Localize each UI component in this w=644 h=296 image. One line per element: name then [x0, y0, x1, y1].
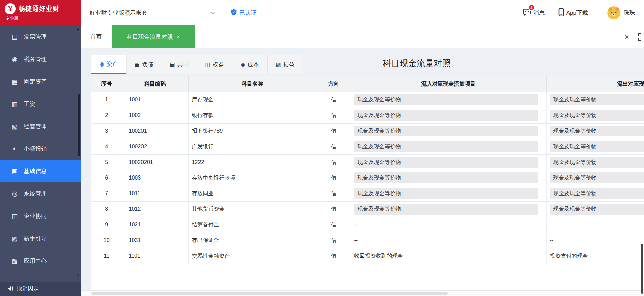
account-book-select[interactable]: 好业财专业版演示帐套 — [90, 9, 214, 17]
sidebar-item-5[interactable]: ▧经营管理 — [0, 115, 81, 137]
cell-code: 1101 — [122, 248, 188, 264]
sidebar-item-label: 新手引导 — [24, 235, 47, 242]
user-profile[interactable]: 珠珠 — [607, 6, 635, 19]
cashflow-mapping-table: 序号科目编码科目名称方向流入对应现金流量项目流出对应现金流量项目 11001库存… — [91, 76, 644, 264]
tab-close-icon[interactable]: × — [177, 34, 180, 40]
table-row: 4100202广发银行借现金及现金等价物现金及现金等价物 — [91, 139, 644, 154]
category-tab[interactable]: ▤共同 — [162, 55, 197, 74]
brand-mark-icon: ¥ — [5, 3, 16, 14]
category-tab-label: 损益 — [283, 61, 295, 69]
sidebar-scroll-down-icon[interactable]: ▼ — [76, 274, 80, 277]
category-tab[interactable]: ◈成本 — [232, 55, 268, 74]
outflow-field[interactable]: 现金及现金等价物 — [550, 141, 644, 152]
profit-loss-icon: ▨ — [276, 61, 281, 68]
cell-code: 1031 — [122, 233, 188, 248]
column-header: 科目名称 — [188, 76, 317, 92]
column-header: 方向 — [317, 76, 351, 92]
cell-direction: 借 — [317, 108, 351, 123]
cell-inflow: 现金及现金等价物 — [351, 108, 546, 123]
cost-icon: ◈ — [241, 61, 245, 68]
fixed-assets-icon: ▦ — [11, 78, 18, 86]
sidebar-item-11[interactable]: ▩应用中心 — [0, 249, 81, 272]
sidebar-item-1[interactable]: ▤发票管理 — [0, 25, 81, 48]
category-tab[interactable]: ▨损益 — [268, 55, 303, 74]
category-tab-label: 负债 — [142, 61, 154, 69]
tab-subject-cashflow[interactable]: 科目现金流量对照 × — [112, 25, 195, 48]
outflow-field[interactable]: 现金及现金等价物 — [550, 188, 644, 199]
outflow-field[interactable]: 现金及现金等价物 — [550, 172, 644, 183]
cell-no: 7 — [91, 186, 122, 201]
app-download-button[interactable]: App下载 — [558, 8, 588, 18]
tab-home[interactable]: 首页 — [81, 25, 112, 48]
inflow-field[interactable]: 现金及现金等价物 — [354, 126, 538, 136]
inflow-field[interactable]: 现金及现金等价物 — [354, 141, 538, 152]
sidebar-item-2[interactable]: ◉税务管理 — [0, 48, 81, 70]
cell-code: 1011 — [122, 186, 188, 201]
category-tab-label: 共同 — [177, 61, 189, 69]
sidebar-item-label: 应用中心 — [24, 257, 47, 265]
close-all-tabs-icon[interactable]: × — [624, 25, 629, 48]
sidebar-item-9[interactable]: ◫企业协同 — [0, 205, 81, 227]
sidebar-item-6[interactable]: ◐小畅报销 — [0, 137, 81, 160]
cell-name: 库存现金 — [188, 92, 317, 108]
certified-badge[interactable]: 已认证 — [231, 9, 257, 17]
inflow-field[interactable]: 现金及现金等价物 — [354, 157, 538, 168]
liabilities-icon: ▦ — [134, 61, 139, 68]
unpin-sidebar-button[interactable]: 取消固定 — [0, 282, 81, 296]
invoice-icon: ▤ — [11, 33, 18, 41]
main-area: 好业财专业版演示帐套 已认证 1 消息 App下载 — [81, 0, 644, 296]
cell-direction: 借 — [317, 139, 351, 154]
table-row: 61003存放中央银行款项借现金及现金等价物现金及现金等价物 — [91, 170, 644, 186]
category-tab[interactable]: ▦负债 — [127, 55, 162, 74]
sidebar-item-label: 小畅报销 — [24, 145, 47, 153]
inflow-field[interactable]: 现金及现金等价物 — [354, 204, 538, 215]
cell-no: 6 — [91, 170, 122, 186]
inflow-field[interactable]: 现金及现金等价物 — [354, 110, 538, 121]
cell-no: 5 — [91, 154, 122, 170]
app-download-label: App下载 — [566, 9, 588, 17]
table-row: 21002银行存款借现金及现金等价物现金及现金等价物 — [91, 108, 644, 123]
category-tab[interactable]: ◉资产 — [91, 55, 127, 74]
certified-label: 已认证 — [239, 9, 257, 17]
inflow-field[interactable]: 现金及现金等价物 — [354, 94, 538, 105]
column-header: 流入对应现金流量项目 — [351, 76, 546, 92]
inflow-field[interactable]: 现金及现金等价物 — [354, 188, 538, 199]
horizontal-scrollbar[interactable] — [81, 290, 644, 296]
outflow-field[interactable]: 现金及现金等价物 — [550, 157, 644, 168]
sidebar-item-3[interactable]: ▦固定资产 — [0, 70, 81, 93]
outflow-field[interactable]: 现金及现金等价物 — [550, 94, 644, 105]
inflow-field[interactable]: 现金及现金等价物 — [354, 172, 538, 183]
sidebar-item-4[interactable]: ▥工资 — [0, 93, 81, 115]
cell-code: 1003 — [122, 170, 188, 186]
system-icon: ◎ — [11, 190, 18, 198]
cell-name: 1222 — [188, 154, 317, 170]
cell-outflow: 现金及现金等价物 — [546, 92, 644, 108]
outflow-field[interactable]: 现金及现金等价物 — [550, 204, 644, 215]
sidebar-item-7[interactable]: ▣基础信息 — [0, 160, 81, 182]
topbar: 好业财专业版演示帐套 已认证 1 消息 App下载 — [81, 0, 644, 25]
cell-name: 存放中央银行款项 — [188, 170, 317, 186]
logo-title: 畅捷通好业财 — [19, 4, 59, 13]
cell-inflow: 现金及现金等价物 — [351, 170, 546, 186]
document-tabbar: 首页 科目现金流量对照 × × — [81, 25, 644, 48]
vertical-scrollbar-thumb[interactable] — [641, 244, 643, 294]
sidebar-item-10[interactable]: ▨新手引导 — [0, 227, 81, 249]
cell-inflow: -- — [351, 217, 546, 233]
fullscreen-icon[interactable] — [638, 33, 644, 42]
sidebar-scroll-up-icon[interactable]: ▲ — [76, 27, 80, 30]
cell-direction: 借 — [317, 201, 351, 217]
cell-outflow: 现金及现金等价物 — [546, 186, 644, 201]
cell-no: 3 — [91, 123, 122, 139]
outflow-field[interactable]: 现金及现金等价物 — [550, 110, 644, 121]
user-avatar — [607, 6, 620, 19]
payroll-icon: ▥ — [11, 100, 18, 108]
messages-button[interactable]: 1 消息 — [523, 8, 545, 17]
sidebar-scrollbar-thumb[interactable] — [78, 94, 80, 156]
sidebar-item-label: 发票管理 — [24, 33, 47, 41]
category-tab[interactable]: ◫权益 — [197, 55, 232, 74]
table-row: 3100201招商银行789借现金及现金等价物现金及现金等价物 — [91, 123, 644, 139]
cell-inflow: -- — [351, 233, 546, 248]
outflow-field[interactable]: 现金及现金等价物 — [550, 126, 644, 136]
horizontal-scrollbar-thumb[interactable] — [91, 292, 448, 295]
sidebar-item-8[interactable]: ◎系统管理 — [0, 182, 81, 205]
